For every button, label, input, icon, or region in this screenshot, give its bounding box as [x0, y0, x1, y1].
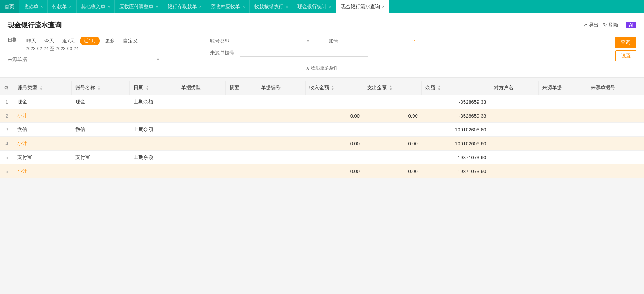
th-expense[interactable]: 支出金额 ▲▼: [363, 81, 422, 95]
nav-tab-receipt[interactable]: 收款单 ×: [19, 0, 48, 13]
settings-button[interactable]: 设置: [615, 50, 636, 61]
sort-income-icon[interactable]: ▲▼: [331, 85, 334, 91]
th-account-type[interactable]: 账号类型 ▲▼: [14, 81, 72, 95]
source-doc-no-cell: [587, 109, 644, 123]
source-doc-label: 来源单据: [8, 56, 27, 63]
date-option-7days[interactable]: 近7天: [59, 37, 78, 45]
account-type-cell: 小计: [14, 164, 72, 178]
date-option-1month[interactable]: 近1月: [80, 37, 100, 45]
th-account-name[interactable]: 账号名称 ▲▼: [72, 81, 130, 95]
summary-cell: [226, 109, 257, 123]
close-other-income-icon[interactable]: ×: [108, 4, 110, 9]
close-prepay-icon[interactable]: ×: [242, 4, 245, 9]
export-button[interactable]: ↗ 导出: [583, 22, 599, 28]
page-title: 现金银行流水查询: [8, 21, 62, 30]
account-name-cell: 现金: [72, 95, 130, 109]
query-button[interactable]: 查询: [615, 37, 636, 48]
refresh-label: 刷新: [609, 22, 618, 28]
expense-cell: 0.00: [363, 137, 422, 151]
sort-account-type-icon[interactable]: ▲▼: [39, 85, 42, 91]
source-doc-dropdown-icon[interactable]: ▾: [157, 57, 159, 62]
export-icon: ↗: [583, 22, 587, 28]
account-no-dots-icon[interactable]: ···: [409, 37, 417, 44]
account-no-input[interactable]: [346, 38, 409, 44]
account-type-cell: 小计: [14, 109, 72, 123]
th-date-label: 日期: [134, 85, 143, 90]
close-cash-flow-icon[interactable]: ×: [382, 4, 384, 9]
sort-account-name-icon[interactable]: ▲▼: [98, 85, 101, 91]
source-doc-cell: [538, 95, 587, 109]
counterparty-cell: [490, 123, 538, 137]
source-doc-no-input[interactable]: [242, 50, 366, 55]
doc-no-cell: [257, 95, 305, 109]
source-doc-input[interactable]: [35, 57, 157, 62]
th-balance[interactable]: 余额 ▲▼: [422, 81, 490, 95]
source-doc-cell: [538, 109, 587, 123]
th-doc-type-label: 单据类型: [181, 85, 201, 90]
gear-settings-icon[interactable]: ⚙: [4, 85, 9, 91]
balance-cell: 100102606.60: [422, 123, 490, 137]
summary-cell: [226, 151, 257, 164]
sort-date-icon[interactable]: ▲▼: [146, 85, 149, 91]
close-receipt-verify-icon[interactable]: ×: [286, 4, 288, 9]
nav-tab-receipt-verify[interactable]: 收款核销执行 ×: [250, 0, 293, 13]
counterparty-cell: [490, 151, 538, 164]
th-date[interactable]: 日期 ▲▼: [130, 81, 177, 95]
close-payment-icon[interactable]: ×: [69, 4, 71, 9]
income-cell: 0.00: [305, 137, 363, 151]
doc-no-cell: [257, 164, 305, 178]
balance-cell: -3528659.33: [422, 95, 490, 109]
sort-balance-icon[interactable]: ▲▼: [438, 85, 441, 91]
account-type-dropdown-icon[interactable]: ▾: [307, 38, 309, 43]
income-cell: [305, 95, 363, 109]
nav-tab-cash-bank-flow[interactable]: 现金银行流水查询 ×: [336, 0, 389, 13]
date-option-yesterday[interactable]: 昨天: [23, 37, 39, 45]
date-option-more[interactable]: 更多: [102, 37, 118, 45]
table-row: 4小计0.000.00100102606.60: [0, 137, 644, 151]
source-doc-no-label: 来源单据号: [210, 49, 234, 56]
nav-tab-bank-deposit-label: 银行存取款单: [168, 3, 197, 10]
refresh-button[interactable]: ↻ 刷新: [603, 22, 618, 28]
income-cell: 0.00: [305, 164, 363, 178]
sort-expense-icon[interactable]: ▲▼: [389, 85, 392, 91]
counterparty-cell: [490, 109, 538, 123]
date-cell: 上期余额: [130, 123, 177, 137]
account-type-wrap: ▾: [236, 37, 311, 45]
ai-badge[interactable]: Ai: [626, 22, 636, 28]
balance-cell: 19871073.60: [422, 151, 490, 164]
expense-cell: [363, 123, 422, 137]
th-counterparty: 对方户名: [490, 81, 538, 95]
account-name-cell: 微信: [72, 123, 130, 137]
nav-tab-prepay-offset[interactable]: 预收冲应收单 ×: [206, 0, 249, 13]
account-name-cell: [72, 164, 130, 178]
nav-tab-other-income[interactable]: 其他收入单 ×: [77, 0, 115, 13]
nav-tab-bank-deposit[interactable]: 银行存取款单 ×: [163, 0, 206, 13]
collapse-bar[interactable]: ∧ 收起更多条件: [8, 63, 636, 73]
account-type-input[interactable]: [237, 38, 307, 44]
nav-tab-receipt-verify-label: 收款核销执行: [254, 3, 284, 10]
table-row: 3微信微信上期余额100102606.60: [0, 123, 644, 137]
row-number: 2: [0, 109, 14, 123]
top-nav: 首页 收款单 × 付款单 × 其他收入单 × 应收应付调整单 × 银行存取款单 …: [0, 0, 644, 13]
expense-cell: 0.00: [363, 164, 422, 178]
row-number: 6: [0, 164, 14, 178]
date-option-today[interactable]: 今天: [41, 37, 57, 45]
nav-tab-payment[interactable]: 付款单 ×: [48, 0, 76, 13]
account-type-cell: 微信: [14, 123, 72, 137]
close-receipt-icon[interactable]: ×: [41, 4, 43, 9]
nav-tab-home[interactable]: 首页: [0, 0, 19, 13]
nav-tab-cash-bank-stat[interactable]: 现金银行统计 ×: [293, 0, 336, 13]
balance-cell: 100102606.60: [422, 137, 490, 151]
account-no-label: 账号: [329, 38, 338, 45]
close-ar-ap-icon[interactable]: ×: [156, 4, 158, 9]
close-bank-icon[interactable]: ×: [199, 4, 201, 9]
close-cash-stat-icon[interactable]: ×: [329, 4, 331, 9]
nav-tab-ar-ap-adjust[interactable]: 应收应付调整单 ×: [115, 0, 163, 13]
date-cell: [130, 164, 177, 178]
date-option-custom[interactable]: 自定义: [120, 37, 141, 45]
table-row: 2小计0.000.00-3528659.33: [0, 109, 644, 123]
doc-no-cell: [257, 137, 305, 151]
source-doc-no-cell: [587, 151, 644, 164]
th-income[interactable]: 收入金额 ▲▼: [305, 81, 363, 95]
row-number: 4: [0, 137, 14, 151]
